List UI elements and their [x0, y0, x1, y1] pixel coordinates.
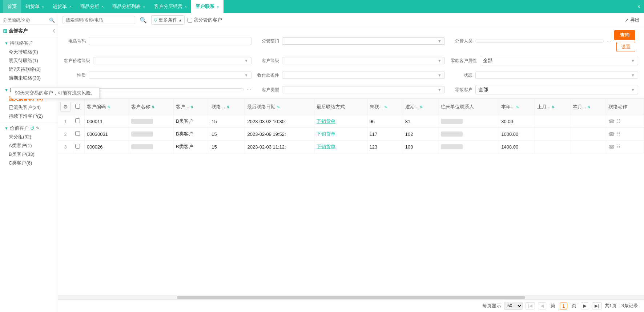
query-button[interactable]: 查询	[614, 30, 635, 40]
row-last-way: 下销货单	[314, 141, 367, 153]
sort-icon[interactable]: ⇅	[587, 105, 590, 109]
more-action-icon[interactable]: ⠿	[617, 118, 620, 124]
sidebar-item-churned[interactable]: 已流失客户(24)	[0, 103, 58, 112]
more-options-icon[interactable]: ···	[247, 86, 251, 93]
nav-tab-product-list[interactable]: 商品分析列表 ×	[108, 0, 149, 13]
filter-search-input[interactable]	[63, 16, 135, 24]
grid-icon: ⊞	[3, 28, 7, 34]
filter-nature-select[interactable]: ▼	[89, 72, 251, 79]
more-action-icon[interactable]: ⠿	[617, 131, 620, 137]
export-button[interactable]: ↗ 导出	[625, 17, 640, 23]
sort-icon[interactable]: ⇅	[152, 105, 154, 109]
my-customers-checkbox[interactable]	[188, 18, 192, 23]
row-type: B类客户	[173, 115, 209, 128]
sidebar-item-tomorrow[interactable]: 明天待联络(1)	[0, 56, 58, 65]
prev-page-button[interactable]: ◀	[538, 302, 546, 309]
nav-tab-customer-contact[interactable]: 客户联系 ×	[191, 0, 223, 13]
nav-tab-purchase[interactable]: 进货单 ×	[48, 0, 76, 13]
sort-icon[interactable]: ⇅	[420, 105, 423, 109]
sidebar: 🔍 ⊞ 全部客户 《 ▼ 待联络客户 今天待联络(0) 明天待联络(1) 近7天…	[0, 13, 58, 312]
sidebar-section-pending[interactable]: ▼ 待联络客户	[0, 39, 58, 48]
select-all-checkbox[interactable]	[75, 104, 80, 109]
sidebar-item-7days[interactable]: 近7天待联络(0)	[0, 65, 58, 74]
last-contact-link[interactable]: 下销货单	[317, 144, 335, 149]
filter-search-button[interactable]: 🔍	[138, 17, 148, 24]
nav-tab-home[interactable]: 首页	[3, 0, 21, 13]
last-contact-link[interactable]: 下销货单	[317, 118, 335, 124]
more-options-icon[interactable]: ···	[607, 38, 611, 44]
filter-dept-row: 分管部门 ▼	[257, 30, 445, 52]
filter-status-select[interactable]: ▼	[475, 72, 638, 79]
sort-icon[interactable]: ⇅	[516, 105, 519, 109]
sort-icon[interactable]: ⇅	[190, 105, 193, 109]
sort-icon[interactable]: ⇅	[384, 105, 387, 109]
sidebar-all-customers[interactable]: ⊞ 全部客户 《	[0, 26, 58, 36]
nav-tab-home-label: 首页	[7, 3, 17, 10]
close-icon[interactable]: ×	[69, 4, 71, 9]
row-checkbox[interactable]	[75, 118, 80, 123]
nav-tab-product-analysis[interactable]: 商品分析 ×	[76, 0, 108, 13]
page-label-suffix: 页	[570, 303, 578, 309]
row-checkbox[interactable]	[75, 131, 80, 136]
per-page-select[interactable]: 50 100 200	[504, 302, 523, 310]
filter-customer-level-select[interactable]: ▼	[282, 57, 445, 64]
row-overdue: 102	[403, 128, 438, 141]
contact-action-icon[interactable]: ☎	[608, 118, 615, 124]
scrollbar-thumb[interactable]	[177, 296, 525, 299]
filter-more-button[interactable]: ▽ 更多条件 ▲	[151, 15, 185, 25]
filter-price-level-select[interactable]: ▼	[93, 57, 251, 64]
sidebar-search-input[interactable]	[3, 18, 48, 23]
row-last-month	[535, 128, 570, 141]
sidebar-item-class-b[interactable]: B类客户(33)	[0, 150, 58, 159]
sidebar-item-today[interactable]: 今天待联络(0)	[0, 48, 58, 56]
filter-customer-type-select[interactable]: ▼	[282, 86, 445, 93]
my-customers-checkbox-label[interactable]: 我分管的客户	[188, 17, 222, 23]
row-last-date: 2023-02-09 19:52:	[245, 128, 314, 141]
filter-zero-customer-select[interactable]: 全部 ▼	[475, 85, 638, 94]
sidebar-item-class-a[interactable]: A类客户(1)	[0, 141, 58, 150]
filter-zero-attr-select[interactable]: 全部 ▼	[480, 56, 638, 65]
close-icon[interactable]: ×	[101, 4, 104, 9]
close-icon[interactable]: ×	[185, 4, 187, 9]
first-page-button[interactable]: |◀	[526, 302, 535, 309]
sort-icon[interactable]: ⇅	[277, 105, 280, 109]
filter-payment-select[interactable]: ▼	[282, 72, 445, 79]
th-settings[interactable]: ⚙	[58, 99, 73, 115]
filter-dept-select[interactable]: ▼	[282, 37, 445, 45]
edit-icon[interactable]: ✎	[36, 126, 40, 131]
search-icon: 🔍	[49, 17, 55, 23]
sidebar-item-declining[interactable]: 持续下滑客户(2)	[0, 112, 58, 121]
filter-staff-select[interactable]	[475, 40, 604, 42]
close-all-button[interactable]: ×	[637, 4, 640, 9]
sort-icon[interactable]: ⇅	[107, 105, 110, 109]
sidebar-item-overdue[interactable]: 逾期未联络(30)	[0, 74, 58, 82]
contact-action-icon[interactable]: ☎	[608, 131, 615, 137]
sort-icon[interactable]: ⇅	[226, 105, 229, 109]
filter-region-select[interactable]	[93, 88, 244, 91]
nav-tab-customer-segment[interactable]: 客户分层经营 ×	[150, 0, 191, 13]
refresh-icon[interactable]: ↺	[30, 125, 35, 131]
row-code: 000011	[85, 115, 129, 128]
filter-phone-input[interactable]	[89, 37, 251, 45]
more-action-icon[interactable]: ⠿	[617, 144, 620, 150]
sidebar-section-pending-label: 待联络客户	[10, 40, 33, 46]
close-icon[interactable]: ×	[143, 4, 145, 9]
row-checkbox[interactable]	[75, 144, 80, 149]
th-contact: 联络... ⇅	[209, 99, 245, 115]
nav-tab-sales[interactable]: 销货单 ×	[21, 0, 48, 13]
sort-icon[interactable]: ⇅	[552, 105, 555, 109]
sidebar-item-ungroup[interactable]: 未分组(32)	[0, 133, 58, 141]
th-overdue-label: 逾期...	[405, 104, 419, 109]
sidebar-section-value[interactable]: ▼ 价值客户 ↺ ✎	[0, 124, 58, 133]
chevron-down-icon: ▼	[438, 39, 442, 43]
settings-gear-icon[interactable]: ⚙	[60, 102, 71, 112]
last-contact-link[interactable]: 下销货单	[317, 131, 335, 137]
contact-action-icon[interactable]: ☎	[608, 144, 615, 150]
settings-button[interactable]: 设置	[616, 42, 635, 52]
last-page-button[interactable]: ▶|	[592, 302, 601, 309]
next-page-button[interactable]: ▶	[581, 302, 589, 309]
close-icon[interactable]: ×	[42, 4, 44, 9]
sidebar-item-class-c[interactable]: C类客户(6)	[0, 159, 58, 167]
row-not-contacted: 123	[367, 141, 403, 153]
close-icon[interactable]: ×	[217, 4, 219, 9]
